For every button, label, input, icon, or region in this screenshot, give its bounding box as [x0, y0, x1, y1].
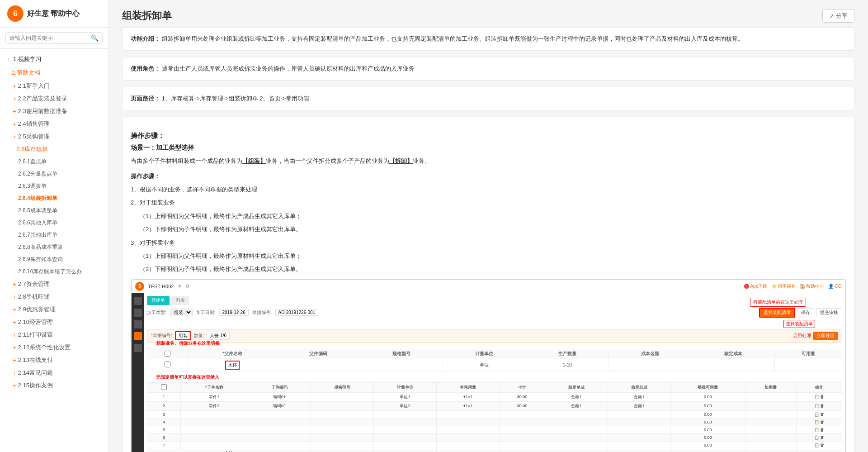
prefix-icon: +: [13, 133, 16, 140]
td-name: 水杯: [188, 359, 277, 371]
step1: 1、根据不同的业务，选择不同单据的类型来处理: [131, 184, 846, 195]
main-content: 组装拆卸单 ↗ 分享 功能介绍： 组装拆卸单用来处理企业组装或拆卸等加工业务，支…: [108, 0, 868, 452]
expand-icon: +: [7, 56, 10, 62]
app-dropdown-icon: ▼: [177, 284, 182, 289]
share-button[interactable]: ↗ 分享: [822, 9, 854, 23]
form-label-type: 加工类型:: [147, 309, 166, 316]
sidebar-item-sales[interactable]: + 2.4销售管理: [0, 118, 108, 130]
app-icon4-active: [134, 332, 142, 340]
sidebar-item-other-in[interactable]: 2.6.6其他入库单: [0, 217, 108, 229]
lower-row-6: 60.00📋 🗑: [147, 433, 842, 441]
collapse-icon: -: [13, 146, 14, 153]
prefix-icon: +: [13, 83, 16, 90]
step3-1: （1）上部明细为父件明细，最终作为原材料生成其它出库单；: [131, 251, 846, 261]
sidebar-item-purchase[interactable]: + 2.5采购管理: [0, 130, 108, 143]
upper-table: *父件名称 父件编码 规格型号 计量单位 生产数量 成本金额 核定成本 可用量: [147, 349, 842, 371]
step3-2: （2）下部明细为子件明细，最终作为产成品生成其它入库单。: [131, 264, 846, 274]
app-form-row2: *单据编号: 组装 数量: 人份 1/6 组装业务、拆卸业务在这里切换: [147, 329, 842, 343]
td-spec: [360, 359, 443, 371]
btn-submit[interactable]: 提交审核: [816, 308, 842, 317]
sidebar-item-transfer[interactable]: 2.6.3调拨单: [0, 180, 108, 192]
lower-row-1: 1 零件1 编码01 单位1 +1×1 30.00 金额1: [147, 392, 842, 401]
sidebar-item-assembly[interactable]: 2.6.4组装拆卸单: [0, 192, 108, 205]
td-code: [277, 359, 360, 371]
lower-table-area: *子件名称 子件编码 规格型号 计量单位 单耗用量 小计 核定单成 核定总成: [147, 382, 842, 452]
sidebar-item-other-out[interactable]: 2.6.7其他出库单: [0, 229, 108, 241]
sidebar-item-stocktake[interactable]: 2.6.1盘点单: [0, 156, 108, 168]
page-title: 组装拆卸单: [122, 9, 172, 23]
annotation4-text: 启用处理: [793, 333, 811, 339]
app-icon5: [134, 344, 142, 352]
sidebar-item-faq[interactable]: + 2.14常见问题: [0, 366, 108, 379]
sidebar-item-coupon[interactable]: + 2.9优惠券管理: [0, 303, 108, 316]
form-select-type[interactable]: 组装拆卸: [170, 309, 193, 316]
collapse-icon: -: [7, 70, 9, 76]
sidebar-item-install[interactable]: + 2.2产品安装及登录: [0, 92, 108, 105]
app-screenshot: 6 TEST-H002 ▼ ⚙ 🔴 App下载 ⭐ 启用服务 🏠 帮助中心 👤 …: [131, 280, 845, 452]
table-header-row: *父件名称 父件编码 规格型号 计量单位 生产数量 成本金额 核定成本 可用量: [147, 349, 842, 359]
step2: 2、对于组装业务: [131, 197, 846, 208]
app-form-area: 新建单 列表 加工类型: 组装拆卸 加工日期: 2019-12-26 单据编号:…: [144, 293, 845, 452]
annotation5-row: 无固定清单可以直接在这里录入: [147, 374, 842, 381]
app-logo-icon: 6: [7, 5, 24, 22]
th-unit: 计量单位: [443, 349, 526, 359]
lth-std-total: 核定总成: [608, 382, 670, 392]
form-label-partno: *单据编号:: [151, 333, 172, 339]
btn-enable[interactable]: 立即处理: [813, 332, 838, 340]
sidebar-item-finance[interactable]: + 2.7资金管理: [0, 278, 108, 290]
sidebar-item-ledger-fix[interactable]: 2.6.10库存账本错了怎么办: [0, 266, 108, 278]
th-parent-name: *父件名称: [188, 349, 277, 359]
btn-select-bom[interactable]: 选择装配清单: [759, 308, 795, 318]
sidebar-item-operations[interactable]: + 2.10经营管理: [0, 316, 108, 328]
upper-table-area: *父件名称 父件编码 规格型号 计量单位 生产数量 成本金额 核定成本 可用量: [147, 349, 842, 371]
sidebar-item-helpdocs[interactable]: - 2.帮助文档: [0, 66, 108, 80]
ops-label: 操作步骤：: [131, 132, 846, 140]
lth-std-unit: 核定单成: [545, 382, 608, 392]
sidebar-item-cost-adjust[interactable]: 2.6.5成本调整单: [0, 205, 108, 217]
share-icon: ↗: [829, 13, 834, 19]
role-box: 使用角色： 通常由生产人员或库管人员完成拆装业务的操作，库管人员确认原材料的出库…: [122, 57, 854, 81]
sidebar-item-dataprep[interactable]: + 2.3使用前数据准备: [0, 105, 108, 118]
sidebar-item-inventory[interactable]: - 2.6库存核算: [0, 143, 108, 156]
annotation4-area: 启用处理 立即处理: [793, 332, 838, 340]
lth-child-name: *子件名称: [180, 382, 248, 392]
sidebar-item-mobile[interactable]: + 2.8手机旺铺: [0, 290, 108, 303]
content-area: 功能介绍： 组装拆卸单用来处理企业组装或拆卸等加工业务，支持有固定装配清单的产品…: [108, 27, 868, 452]
app-icon2: [134, 309, 142, 317]
select-all-checkbox[interactable]: [165, 351, 170, 357]
lth-child-unit: 计量单位: [373, 382, 436, 392]
td-check: [147, 359, 188, 371]
sidebar-item-videos[interactable]: + 1.视频学习: [0, 52, 108, 66]
func-intro-label: 功能介绍：: [131, 35, 160, 42]
btn-save[interactable]: 保存: [797, 308, 814, 317]
form-type-switcher[interactable]: 组装: [175, 331, 191, 340]
search-box[interactable]: 🔍: [5, 32, 103, 44]
td-unit: 单位: [443, 359, 526, 371]
app-nav-icon: ⚙: [185, 284, 189, 289]
lth-op: 操作: [797, 382, 842, 392]
nav-area: + 1.视频学习 - 2.帮助文档 + 2.1新手入门 + 2.2产品安装及登录…: [0, 49, 108, 452]
sidebar-item-payment[interactable]: + 2.13在线支付: [0, 354, 108, 366]
form-date: 2019-12-26: [219, 309, 249, 316]
sidebar-item-partial-stocktake[interactable]: 2.6.2分量盘点单: [0, 168, 108, 180]
sidebar-item-ledger-query[interactable]: 2.6.9库存账本查询: [0, 253, 108, 266]
lower-row-7: 70.00📋 🗑: [147, 441, 842, 449]
app-topbar: 6 TEST-H002 ▼ ⚙ 🔴 App下载 ⭐ 启用服务 🏠 帮助中心 👤 …: [132, 280, 845, 293]
sidebar-item-settings[interactable]: + 2.12系统个性化设置: [0, 341, 108, 354]
th-spec: 规格型号: [360, 349, 443, 359]
scene1-content: 当由多个子件材料组装成一个成品的业务为【组装】业务，当由一个父件拆分成多个子产品…: [131, 156, 846, 275]
func-intro-text: 组装拆卸单用来处理企业组装或拆卸等加工业务，支持有固定装配清单的产品加工业务，也…: [162, 35, 744, 42]
search-input[interactable]: [9, 35, 91, 41]
td-prodqty: 1-10: [526, 359, 609, 371]
sidebar-item-cases[interactable]: + 2.15操作案例: [0, 379, 108, 392]
sidebar-item-cost-recalc[interactable]: 2.6.8商品成本重算: [0, 241, 108, 253]
path-text: 1、库存核算->库存管理->组装拆卸单 2、首页->常用功能: [162, 95, 310, 102]
th-parent-code: 父件编码: [277, 349, 360, 359]
form-label-qty: 数量:: [194, 333, 204, 339]
prefix-icon: +: [13, 121, 16, 128]
search-icon[interactable]: 🔍: [91, 34, 99, 42]
sidebar-item-print[interactable]: + 2.11打印设置: [0, 328, 108, 341]
sidebar-item-newuser[interactable]: + 2.1新手入门: [0, 80, 108, 92]
form-label-date: 加工日期:: [196, 309, 216, 316]
td-name-box: 水杯: [225, 361, 240, 370]
